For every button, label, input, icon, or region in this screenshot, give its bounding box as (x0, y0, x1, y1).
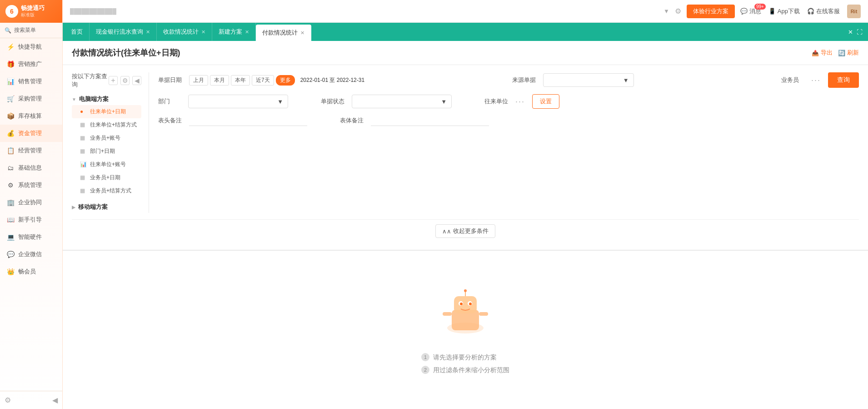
inventory-icon: 📦 (6, 112, 15, 120)
svg-rect-2 (454, 296, 477, 313)
sidebar-item-label: 资金管理 (18, 129, 42, 137)
message-icon: 💬 (740, 8, 748, 15)
sidebar-item-basic[interactable]: 🗂 基础信息 (0, 159, 62, 177)
scheme-dept-date[interactable]: ▦ 部门+日期 (72, 145, 141, 158)
doc-status-label: 单据状态 (321, 97, 344, 106)
logo-name: 畅捷通巧 (21, 5, 45, 12)
empty-hint-2: 2 用过滤条件来缩小分析范围 (421, 364, 509, 376)
messages-btn[interactable]: 💬 消息 99+ (740, 7, 761, 15)
collapse-scheme-icon[interactable]: ◀ (132, 76, 141, 85)
sidebar-item-operation[interactable]: 📋 经营管理 (0, 142, 62, 159)
sidebar-settings-icon[interactable]: ⚙ (5, 396, 11, 404)
tabs-expand-icon[interactable]: ⛶ (857, 29, 863, 35)
online-service-btn[interactable]: 🎧 在线客服 (807, 7, 840, 15)
refresh-label: 刷新 (847, 49, 859, 57)
date-btn-this-month[interactable]: 本月 (210, 75, 229, 86)
sidebar-item-inventory[interactable]: 📦 库存核算 (0, 107, 62, 125)
search-icon: 🔍 (5, 27, 11, 34)
sidebar-item-system[interactable]: ⚙ 系统管理 (0, 177, 62, 194)
purchase-icon: 🛒 (6, 95, 15, 102)
tab-new-scheme[interactable]: 新建方案 ✕ (212, 23, 256, 41)
capital-icon: 💰 (6, 130, 15, 137)
refresh-button[interactable]: 🔄 刷新 (838, 49, 859, 57)
body-note-input[interactable] (371, 115, 489, 126)
tab-receipts-stats[interactable]: 收款情况统计 ✕ (157, 23, 212, 41)
tab-receipts-close[interactable]: ✕ (201, 29, 205, 35)
scheme-unit-account[interactable]: 📊 往来单位+账号 (72, 158, 141, 171)
tab-payment-close[interactable]: ✕ (300, 30, 304, 36)
add-scheme-icon[interactable]: + (109, 76, 118, 85)
date-btn-more[interactable]: 更多 (276, 75, 295, 86)
unit-select-dots[interactable]: ··· (515, 97, 525, 106)
topbar-settings-icon[interactable]: ⚙ (675, 7, 681, 15)
unit-label: 往来单位 (484, 97, 508, 106)
scheme-unit-date-label: 往来单位+日期 (90, 108, 126, 116)
settings-scheme-icon[interactable]: ⚙ (120, 76, 130, 85)
staff-select-dots[interactable]: ··· (811, 76, 821, 85)
scheme-unit-date-icon: ● (80, 108, 87, 116)
head-note-input[interactable] (189, 115, 307, 126)
export-label: 导出 (821, 49, 833, 57)
guide-icon: 📖 (6, 216, 15, 223)
scheme-unit-date[interactable]: ● 往来单位+日期 (72, 105, 141, 118)
scheme-staff-account[interactable]: ▦ 业务员+账号 (72, 131, 141, 145)
user-avatar[interactable]: Rit (847, 5, 861, 18)
date-label: 单据日期 (158, 76, 182, 84)
sidebar-item-label: 采购管理 (18, 95, 42, 103)
scheme-staff-settle[interactable]: ▦ 业务员+结算方式 (72, 184, 141, 197)
sidebar-bottom: ⚙ ◀ (0, 391, 62, 409)
doc-status-select[interactable]: ▼ (352, 95, 452, 108)
tab-bank-flow[interactable]: 现金银行流水查询 ✕ (90, 23, 157, 41)
sidebar-item-capital[interactable]: 💰 资金管理 (0, 125, 62, 142)
mobile-group-label-text: 移动端方案 (78, 203, 108, 211)
scheme-group-desktop[interactable]: ▼ 电脑端方案 (72, 93, 141, 105)
svg-rect-7 (443, 312, 452, 316)
sidebar-search[interactable]: 🔍 搜索菜单 (0, 23, 62, 38)
sidebar-item-marketing[interactable]: 🎁 营销推广 (0, 56, 62, 73)
page-content-area: 付款情况统计(往来单位+日期) 📤 导出 🔄 刷新 按以下方案查询 (63, 41, 868, 409)
robot-illustration (438, 287, 493, 342)
industry-btn[interactable]: 体验行业方案 (687, 5, 735, 18)
export-button[interactable]: 📤 导出 (812, 49, 833, 57)
dept-select[interactable]: ▼ (188, 95, 288, 108)
svg-point-6 (469, 303, 472, 305)
tab-home[interactable]: 首页 (65, 23, 90, 41)
source-select-arrow: ▼ (623, 77, 629, 84)
sidebar-item-purchase[interactable]: 🛒 采购管理 (0, 90, 62, 107)
empty-hint-1: 1 请先选择要分析的方案 (421, 351, 509, 364)
sidebar-item-quick-nav[interactable]: ⚡ 快捷导航 (0, 38, 62, 56)
scheme-unit-account-icon: 📊 (80, 161, 87, 168)
date-btn-this-year[interactable]: 本年 (231, 75, 250, 86)
settings-button[interactable]: 设置 (532, 94, 559, 109)
app-download-btn[interactable]: 📱 App下载 (768, 7, 800, 15)
quick-nav-icon: ⚡ (6, 43, 15, 50)
date-btn-7days[interactable]: 近7天 (252, 75, 274, 86)
source-select[interactable]: ▼ (543, 73, 634, 87)
sidebar-item-sales[interactable]: 📊 销售管理 (0, 73, 62, 90)
empty-icon-wrap (438, 287, 493, 342)
svg-rect-8 (479, 312, 488, 316)
tab-payment-stats[interactable]: 付款情况统计 ✕ (256, 25, 311, 41)
dept-label: 部门 (158, 97, 181, 106)
sidebar-collapse-icon[interactable]: ◀ (52, 396, 58, 404)
query-button[interactable]: 查询 (828, 72, 859, 88)
tabs-close-all-icon[interactable]: ✕ (848, 29, 853, 35)
scheme-dept-date-icon: ▦ (80, 148, 87, 155)
collapse-button[interactable]: ∧∧ 收起更多条件 (435, 224, 495, 238)
sidebar-item-member[interactable]: 👑 畅会员 (0, 263, 62, 280)
scheme-staff-date[interactable]: ▦ 业务员+日期 (72, 171, 141, 184)
filter-sidebar-header: 按以下方案查询 + ⚙ ◀ (72, 72, 141, 89)
sidebar-item-weixin[interactable]: 💬 企业微信 (0, 246, 62, 263)
scheme-group-mobile[interactable]: ▶ 移动端方案 (72, 201, 141, 213)
tab-bank-flow-close[interactable]: ✕ (146, 29, 150, 35)
sidebar-item-hardware[interactable]: 💻 智能硬件 (0, 228, 62, 246)
filter-scheme-sidebar: 按以下方案查询 + ⚙ ◀ ▼ 电脑端方案 ● 往来单位+日期 (72, 72, 149, 213)
topbar-dropdown-icon[interactable]: ▼ (663, 8, 669, 15)
date-btn-last-month[interactable]: 上月 (189, 75, 208, 86)
sidebar-item-corp[interactable]: 🏢 企业协同 (0, 194, 62, 211)
sidebar-item-guide[interactable]: 📖 新手引导 (0, 211, 62, 228)
page-header: 付款情况统计(往来单位+日期) 📤 导出 🔄 刷新 (63, 41, 868, 65)
tab-new-scheme-close[interactable]: ✕ (245, 29, 249, 35)
topbar-address: ████████████ (70, 8, 658, 15)
scheme-unit-settle[interactable]: ▦ 往来单位+结算方式 (72, 118, 141, 131)
